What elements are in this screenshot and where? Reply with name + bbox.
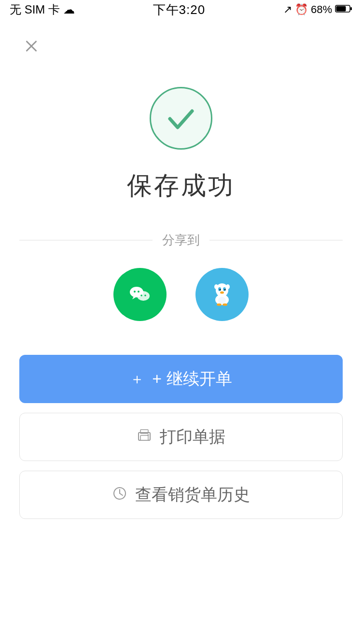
svg-point-15 bbox=[224, 289, 226, 291]
success-title: 保存成功 bbox=[127, 169, 235, 203]
continue-button[interactable]: ＋ + 继续开单 bbox=[19, 355, 343, 403]
status-right: ↗ ⏰ 68% bbox=[283, 3, 352, 16]
status-bar: 无 SIM 卡 ☁ 下午3:20 ↗ ⏰ 68% bbox=[0, 0, 362, 19]
divider-right bbox=[209, 240, 343, 240]
svg-point-6 bbox=[138, 291, 139, 293]
alarm-icon: ⏰ bbox=[295, 3, 308, 16]
action-buttons: ＋ + 继续开单 打印单据 bbox=[19, 355, 343, 519]
svg-rect-1 bbox=[350, 7, 352, 10]
svg-point-14 bbox=[220, 289, 221, 291]
checkmark-icon bbox=[164, 101, 198, 135]
print-button[interactable]: 打印单据 bbox=[19, 413, 343, 461]
share-icons-container bbox=[113, 268, 249, 321]
qq-icon bbox=[207, 280, 237, 309]
main-content: 保存成功 分享到 bbox=[0, 58, 362, 644]
svg-point-7 bbox=[140, 294, 142, 296]
history-button[interactable]: 查看销货单历史 bbox=[19, 471, 343, 519]
wechat-icon bbox=[125, 280, 155, 309]
svg-rect-23 bbox=[140, 435, 148, 440]
svg-rect-2 bbox=[336, 6, 346, 12]
divider-left bbox=[19, 240, 153, 240]
svg-point-25 bbox=[148, 434, 149, 435]
battery-label: 68% bbox=[311, 3, 332, 16]
battery-icon bbox=[335, 3, 352, 16]
no-sim-label: 无 SIM 卡 ☁ bbox=[10, 2, 75, 17]
plus-icon: ＋ bbox=[130, 369, 144, 389]
svg-point-21 bbox=[226, 284, 230, 289]
close-button[interactable] bbox=[19, 34, 43, 58]
continue-label: + 继续开单 bbox=[152, 368, 232, 390]
success-circle bbox=[150, 87, 212, 150]
print-label: 打印单据 bbox=[160, 426, 225, 448]
svg-point-17 bbox=[218, 297, 226, 304]
svg-line-28 bbox=[120, 493, 123, 495]
status-left: 无 SIM 卡 ☁ bbox=[10, 2, 75, 17]
svg-point-16 bbox=[220, 292, 224, 294]
wechat-share-button[interactable] bbox=[113, 268, 167, 321]
clock-icon bbox=[112, 486, 127, 504]
status-time: 下午3:20 bbox=[153, 1, 206, 18]
svg-point-19 bbox=[223, 304, 227, 306]
printer-icon bbox=[137, 428, 152, 447]
qq-share-button[interactable] bbox=[195, 268, 249, 321]
svg-point-5 bbox=[134, 291, 136, 293]
svg-point-18 bbox=[217, 304, 222, 306]
share-label: 分享到 bbox=[162, 232, 200, 249]
location-icon: ↗ bbox=[283, 3, 292, 16]
svg-point-4 bbox=[137, 291, 150, 301]
share-divider: 分享到 bbox=[19, 232, 343, 249]
svg-point-8 bbox=[144, 294, 146, 296]
svg-point-20 bbox=[214, 284, 218, 289]
history-label: 查看销货单历史 bbox=[135, 484, 250, 506]
